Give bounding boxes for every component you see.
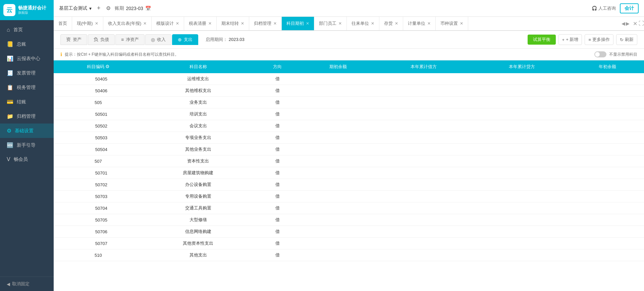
tab-contacts[interactable]: 往来单位✕ bbox=[347, 17, 379, 31]
sidebar-item-archive[interactable]: 📁 归档管理 bbox=[0, 109, 54, 124]
add-button[interactable]: + + 新增 bbox=[558, 34, 582, 45]
tab-inventory[interactable]: 存货✕ bbox=[379, 17, 403, 31]
account-button[interactable]: 会计 bbox=[620, 3, 639, 13]
table-row[interactable]: 50707 其他资本性支出 借 bbox=[54, 238, 644, 249]
tab-next-arrow[interactable]: ▶ bbox=[626, 21, 630, 26]
tab-dept[interactable]: 部门员工✕ bbox=[314, 17, 347, 31]
tax-icon: 📋 bbox=[7, 84, 13, 91]
tab-filing[interactable]: 归档管理✕ bbox=[249, 17, 282, 31]
table-row[interactable]: 50705 大型修缮 借 bbox=[54, 214, 644, 226]
balance-button[interactable]: 试算平衡 bbox=[528, 35, 556, 45]
cell-name-1: 其他维权支出 bbox=[143, 85, 254, 97]
tab-home[interactable]: 首页 bbox=[54, 17, 72, 31]
sidebar-collapse[interactable]: ◀ 取消固定 bbox=[0, 277, 54, 291]
sidebar-item-checkout[interactable]: 💳 结账 bbox=[0, 95, 54, 109]
cell-ytd-credit-6 bbox=[473, 144, 571, 155]
cell-code-13: 50706 bbox=[54, 226, 143, 238]
sidebar-item-settings[interactable]: ⚙ 基础设置 bbox=[0, 124, 54, 138]
sidebar-item-ledger[interactable]: 📒 总账 bbox=[0, 37, 54, 51]
sidebar-label-archive: 归档管理 bbox=[17, 113, 36, 119]
tab-cashflow[interactable]: 现(中期)✕ bbox=[72, 17, 103, 31]
tab-template[interactable]: 模版设计✕ bbox=[152, 17, 184, 31]
tab-close-subject[interactable]: ✕ bbox=[306, 21, 309, 26]
tab-unit[interactable]: 计量单位✕ bbox=[403, 17, 436, 31]
table-row[interactable]: 507 资本性支出 借 bbox=[54, 155, 644, 167]
company-settings-icon[interactable]: ⚙ bbox=[106, 5, 111, 11]
tab-taxclear[interactable]: 税表清册✕ bbox=[184, 17, 217, 31]
sidebar-item-reports[interactable]: 📊 云报表中心 bbox=[0, 51, 54, 66]
sidebar-item-member[interactable]: V 畅会员 bbox=[0, 152, 54, 166]
table-row[interactable]: 50503 专项业务支出 借 bbox=[54, 132, 644, 144]
tab-close-contacts[interactable]: ✕ bbox=[371, 21, 374, 26]
cell-code-14: 50707 bbox=[54, 238, 143, 249]
table-row[interactable]: 50405 运维维支出 借 bbox=[54, 73, 644, 85]
table-row[interactable]: 50501 培训支出 借 bbox=[54, 108, 644, 120]
table-row[interactable]: 50702 办公设备购置 借 bbox=[54, 179, 644, 191]
table-row[interactable]: 50703 专用设备购置 借 bbox=[54, 191, 644, 202]
tab-prev-arrow[interactable]: ◀ bbox=[622, 21, 625, 26]
sidebar-label-checkout: 结账 bbox=[17, 99, 26, 105]
period-selector[interactable]: 账期 2023-03 📅 bbox=[115, 5, 151, 11]
cell-name-14: 其他资本性支出 bbox=[143, 238, 254, 249]
sidebar-item-tax[interactable]: 📋 税务管理 bbox=[0, 80, 54, 95]
cell-year-opening-14 bbox=[571, 238, 644, 249]
tab-close-template[interactable]: ✕ bbox=[176, 21, 179, 26]
table-row[interactable]: 50502 会议支出 借 bbox=[54, 120, 644, 132]
tab-close-inventory[interactable]: ✕ bbox=[395, 21, 398, 26]
support-button[interactable]: 🎧 人工咨询 bbox=[592, 5, 616, 11]
company-selector[interactable]: 基层工会测试 ▾ bbox=[59, 5, 92, 11]
tab-close-periodend[interactable]: ✕ bbox=[241, 21, 244, 26]
subjects-table-container[interactable]: 科目编码 ⚙ 科目名称 方向 期初余额 本年累计借方 本年累计贷方 年初余额 5… bbox=[54, 60, 644, 291]
plus-icon: + bbox=[562, 37, 565, 42]
guide-icon: 🆕 bbox=[7, 142, 13, 148]
tab-close-currency[interactable]: ✕ bbox=[460, 21, 463, 26]
tab-close-dept[interactable]: ✕ bbox=[338, 21, 342, 26]
tab-periodend[interactable]: 期末结转✕ bbox=[217, 17, 249, 31]
cell-direction-12: 借 bbox=[253, 214, 301, 226]
table-row[interactable]: 50406 其他维权支出 借 bbox=[54, 85, 644, 97]
topbar: 基层工会测试 ▾ + ⚙ 账期 2023-03 📅 🎧 人工咨询 会计 bbox=[54, 0, 644, 17]
tab-currency[interactable]: 币种设置✕ bbox=[436, 17, 468, 31]
content-tab-expense[interactable]: ⊕ 支出 bbox=[172, 34, 198, 45]
table-row[interactable]: 505 业务支出 借 bbox=[54, 97, 644, 108]
tab-subject[interactable]: 科目期初✕ bbox=[282, 17, 314, 31]
cell-name-5: 专项业务支出 bbox=[143, 132, 254, 144]
cell-year-opening-4 bbox=[571, 120, 644, 132]
table-row[interactable]: 50701 房屋建筑物购建 借 bbox=[54, 167, 644, 179]
add-company-button[interactable]: + bbox=[96, 5, 102, 12]
tab-close-unit[interactable]: ✕ bbox=[427, 21, 431, 26]
table-row[interactable]: 50504 其他业务支出 借 bbox=[54, 144, 644, 155]
table-row[interactable]: 510 其他支出 借 bbox=[54, 249, 644, 261]
table-row[interactable]: 50706 信息网络购建 借 bbox=[54, 226, 644, 238]
content-tab-income2[interactable]: ◎ 收入 bbox=[145, 34, 171, 45]
more-actions-button[interactable]: ≡ 更多操作 bbox=[585, 34, 613, 45]
expand-icon[interactable]: ⛶ bbox=[639, 20, 644, 27]
sidebar-label-settings: 基础设置 bbox=[15, 128, 34, 134]
tab-close-filing[interactable]: ✕ bbox=[273, 21, 277, 26]
sidebar-item-invoice[interactable]: 🧾 发票管理 bbox=[0, 66, 54, 80]
cell-direction-1: 借 bbox=[253, 85, 301, 97]
cell-code-5: 50503 bbox=[54, 132, 143, 144]
content-tab-liability[interactable]: 负 负债 bbox=[88, 34, 115, 45]
cell-ytd-debit-12 bbox=[375, 214, 473, 226]
tab-income[interactable]: 收入支出表(年报)✕ bbox=[103, 17, 152, 31]
content-tab-net_asset[interactable]: ≡ 净资产 bbox=[115, 34, 145, 45]
cell-ytd-debit-9 bbox=[375, 179, 473, 191]
table-row[interactable]: 50704 交通工具购置 借 bbox=[54, 202, 644, 214]
disable-toggle[interactable] bbox=[594, 51, 606, 57]
cell-ytd-debit-0 bbox=[375, 73, 473, 85]
tab-label-subject: 科目期初 bbox=[286, 20, 304, 27]
content-tab-asset[interactable]: 资 资产 bbox=[60, 34, 87, 45]
sidebar-item-home[interactable]: ⌂ 首页 bbox=[0, 23, 54, 37]
tab-close-cashflow[interactable]: ✕ bbox=[95, 21, 98, 26]
tab-close-income[interactable]: ✕ bbox=[143, 21, 147, 26]
sidebar-item-guide[interactable]: 🆕 新手引导 bbox=[0, 138, 54, 152]
cell-code-6: 50504 bbox=[54, 144, 143, 155]
cell-opening-1 bbox=[302, 85, 375, 97]
close-all-tabs-icon[interactable]: ✕ bbox=[633, 20, 637, 27]
tab-close-taxclear[interactable]: ✕ bbox=[208, 21, 212, 26]
sidebar-label-tax: 税务管理 bbox=[17, 85, 36, 91]
hint-right: 不显示禁用科目 bbox=[594, 51, 637, 57]
column-settings-icon[interactable]: ⚙ bbox=[105, 64, 110, 69]
refresh-button[interactable]: ↻ 刷新 bbox=[616, 34, 637, 45]
